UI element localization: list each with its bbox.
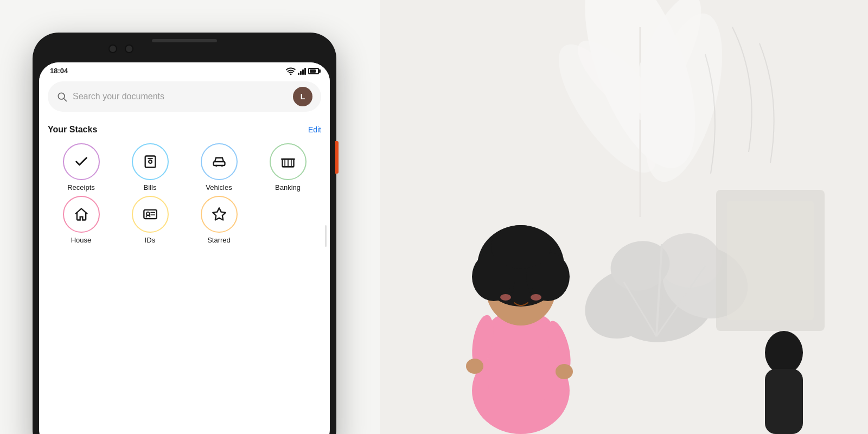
svg-point-45: [531, 294, 541, 301]
status-icons: [286, 67, 319, 75]
stack-label-receipts: Receipts: [67, 183, 95, 192]
stack-label-bills: Bills: [144, 183, 157, 192]
stack-circle-receipts: [63, 143, 100, 180]
stack-item-empty: [254, 196, 321, 244]
search-bar[interactable]: Search your documents L: [48, 81, 321, 112]
stack-circle-banking: [270, 143, 307, 180]
svg-rect-34: [727, 201, 814, 320]
camera-right: [125, 44, 133, 53]
bill-icon: [143, 154, 158, 169]
house-icon: [74, 207, 89, 222]
character-illustration: [412, 163, 629, 434]
search-placeholder-text: Search your documents: [73, 92, 288, 101]
stack-item-house[interactable]: House: [48, 196, 114, 244]
user-avatar[interactable]: L: [293, 87, 312, 106]
camera-left: [108, 44, 117, 53]
svg-point-41: [491, 225, 551, 269]
phone-frame: 18:04: [33, 33, 336, 434]
svg-rect-5: [213, 162, 225, 165]
status-bar: 18:04: [39, 62, 330, 77]
stacks-grid-row2: House IDs: [48, 196, 321, 244]
svg-point-50: [765, 331, 803, 374]
svg-point-3: [149, 160, 152, 163]
search-icon: [56, 91, 67, 102]
stack-circle-vehicles: [201, 143, 238, 180]
stack-label-house: House: [71, 236, 92, 244]
stack-item-receipts[interactable]: Receipts: [48, 143, 114, 192]
svg-point-49: [556, 364, 573, 379]
svg-point-42: [509, 288, 514, 293]
stacks-header: Your Stacks Edit: [48, 125, 321, 135]
svg-rect-36: [488, 315, 553, 401]
phone-side-bar: [335, 141, 339, 174]
svg-point-44: [500, 294, 511, 301]
scroll-indicator: [325, 225, 327, 247]
stack-circle-bills: [132, 143, 169, 180]
car-icon: [212, 154, 227, 169]
id-icon: [143, 207, 158, 222]
silhouette-figure: [743, 326, 825, 434]
stack-label-starred: Starred: [207, 236, 231, 244]
wifi-icon: [286, 67, 296, 75]
stack-item-ids[interactable]: IDs: [117, 196, 183, 244]
svg-point-15: [146, 212, 150, 215]
svg-point-48: [466, 359, 483, 374]
svg-point-6: [215, 165, 218, 167]
svg-marker-18: [213, 208, 225, 220]
stack-circle-starred: [201, 196, 238, 233]
svg-rect-51: [765, 369, 803, 434]
svg-rect-2: [145, 156, 155, 168]
left-section: 18:04: [0, 0, 380, 434]
right-section: [380, 0, 868, 434]
stack-item-vehicles[interactable]: Vehicles: [186, 143, 252, 192]
bank-icon: [280, 154, 296, 169]
star-icon: [212, 207, 227, 222]
stack-label-banking: Banking: [275, 183, 301, 192]
stacks-edit-button[interactable]: Edit: [308, 125, 321, 134]
stack-label-vehicles: Vehicles: [206, 183, 232, 192]
stacks-grid-row1: Receipts Bills: [48, 143, 321, 192]
signal-icon: [298, 67, 306, 75]
check-icon: [74, 154, 89, 169]
stack-circle-ids: [132, 196, 169, 233]
stacks-title: Your Stacks: [48, 125, 97, 135]
stack-item-starred[interactable]: Starred: [186, 196, 252, 244]
battery-icon: [308, 68, 319, 74]
svg-point-43: [528, 288, 533, 293]
phone-screen: 18:04: [39, 62, 330, 434]
stack-label-ids: IDs: [145, 236, 156, 244]
status-time: 18:04: [50, 67, 68, 75]
app-content: Search your documents L Your Stacks Edit: [39, 77, 330, 248]
svg-point-7: [221, 165, 223, 167]
stack-item-banking[interactable]: Banking: [254, 143, 321, 192]
deco-container: [380, 0, 868, 434]
stack-item-bills[interactable]: Bills: [117, 143, 183, 192]
svg-line-1: [64, 99, 67, 101]
stack-circle-house: [63, 196, 100, 233]
